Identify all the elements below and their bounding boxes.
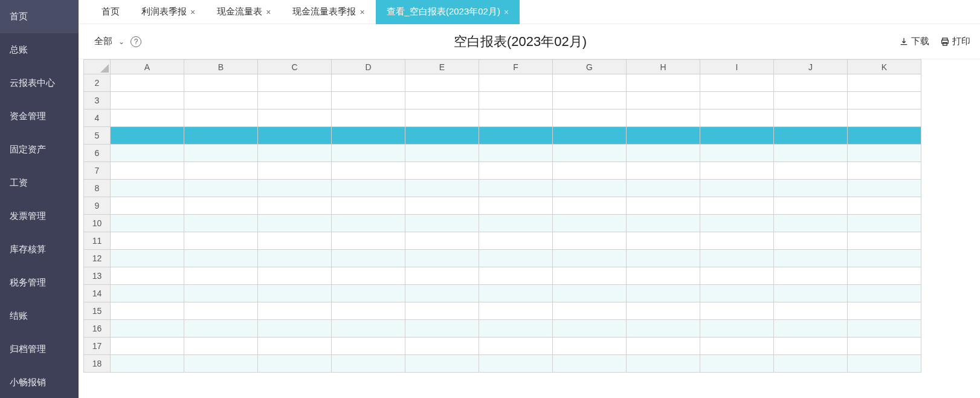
cell-C14[interactable] bbox=[258, 285, 332, 302]
cell-E3[interactable] bbox=[405, 92, 479, 109]
cell-A4[interactable] bbox=[111, 109, 184, 127]
cell-A16[interactable] bbox=[111, 320, 184, 338]
tab-0[interactable]: 首页 bbox=[91, 0, 131, 24]
cell-C11[interactable] bbox=[258, 232, 332, 250]
cell-K13[interactable] bbox=[848, 267, 921, 285]
cell-K15[interactable] bbox=[848, 302, 921, 320]
cell-B3[interactable] bbox=[184, 92, 258, 109]
cell-D7[interactable] bbox=[332, 162, 405, 180]
cell-E7[interactable] bbox=[405, 162, 479, 180]
cell-B8[interactable] bbox=[184, 180, 258, 197]
cell-I2[interactable] bbox=[700, 74, 774, 92]
cell-G11[interactable] bbox=[553, 232, 627, 250]
cell-J15[interactable] bbox=[774, 302, 848, 320]
row-header-6[interactable]: 6 bbox=[84, 145, 111, 162]
cell-E10[interactable] bbox=[405, 215, 479, 232]
cell-E8[interactable] bbox=[405, 180, 479, 197]
cell-D18[interactable] bbox=[332, 355, 405, 373]
cell-G3[interactable] bbox=[553, 92, 627, 109]
sidebar-item-5[interactable]: 工资 bbox=[0, 166, 79, 200]
cell-B16[interactable] bbox=[184, 320, 258, 338]
cell-H13[interactable] bbox=[627, 267, 700, 285]
cell-G17[interactable] bbox=[553, 338, 627, 355]
cell-B15[interactable] bbox=[184, 302, 258, 320]
cell-K16[interactable] bbox=[848, 320, 921, 338]
cell-K11[interactable] bbox=[848, 232, 921, 250]
cell-J8[interactable] bbox=[774, 180, 848, 197]
cell-G13[interactable] bbox=[553, 267, 627, 285]
cell-D13[interactable] bbox=[332, 267, 405, 285]
cell-B12[interactable] bbox=[184, 250, 258, 267]
row-header-5[interactable]: 5 bbox=[84, 127, 111, 145]
cell-G2[interactable] bbox=[553, 74, 627, 92]
cell-J3[interactable] bbox=[774, 92, 848, 109]
cell-E16[interactable] bbox=[405, 320, 479, 338]
cell-A2[interactable] bbox=[111, 74, 184, 92]
cell-C12[interactable] bbox=[258, 250, 332, 267]
cell-D9[interactable] bbox=[332, 197, 405, 215]
cell-F6[interactable] bbox=[479, 145, 553, 162]
cell-H11[interactable] bbox=[627, 232, 700, 250]
cell-D11[interactable] bbox=[332, 232, 405, 250]
cell-K9[interactable] bbox=[848, 197, 921, 215]
sidebar-item-8[interactable]: 税务管理 bbox=[0, 266, 79, 299]
cell-F12[interactable] bbox=[479, 250, 553, 267]
cell-H12[interactable] bbox=[627, 250, 700, 267]
cell-G16[interactable] bbox=[553, 320, 627, 338]
cell-F17[interactable] bbox=[479, 338, 553, 355]
cell-I12[interactable] bbox=[700, 250, 774, 267]
cell-J13[interactable] bbox=[774, 267, 848, 285]
row-header-14[interactable]: 14 bbox=[84, 285, 111, 302]
cell-C10[interactable] bbox=[258, 215, 332, 232]
sidebar-item-9[interactable]: 结账 bbox=[0, 299, 79, 333]
cell-H17[interactable] bbox=[627, 338, 700, 355]
cell-J7[interactable] bbox=[774, 162, 848, 180]
close-icon[interactable]: × bbox=[190, 7, 195, 17]
column-header-I[interactable]: I bbox=[700, 60, 774, 74]
row-header-15[interactable]: 15 bbox=[84, 302, 111, 320]
cell-H9[interactable] bbox=[627, 197, 700, 215]
cell-E13[interactable] bbox=[405, 267, 479, 285]
cell-J9[interactable] bbox=[774, 197, 848, 215]
row-header-7[interactable]: 7 bbox=[84, 162, 111, 180]
cell-E18[interactable] bbox=[405, 355, 479, 373]
cell-C7[interactable] bbox=[258, 162, 332, 180]
cell-B7[interactable] bbox=[184, 162, 258, 180]
cell-F2[interactable] bbox=[479, 74, 553, 92]
row-header-17[interactable]: 17 bbox=[84, 338, 111, 355]
cell-B18[interactable] bbox=[184, 355, 258, 373]
cell-J4[interactable] bbox=[774, 109, 848, 127]
cell-E11[interactable] bbox=[405, 232, 479, 250]
cell-H14[interactable] bbox=[627, 285, 700, 302]
cell-J18[interactable] bbox=[774, 355, 848, 373]
cell-F14[interactable] bbox=[479, 285, 553, 302]
cell-K17[interactable] bbox=[848, 338, 921, 355]
cell-E17[interactable] bbox=[405, 338, 479, 355]
cell-A9[interactable] bbox=[111, 197, 184, 215]
cell-C9[interactable] bbox=[258, 197, 332, 215]
cell-I5[interactable] bbox=[700, 127, 774, 145]
cell-I4[interactable] bbox=[700, 109, 774, 127]
cell-C3[interactable] bbox=[258, 92, 332, 109]
column-header-C[interactable]: C bbox=[258, 60, 332, 74]
cell-I3[interactable] bbox=[700, 92, 774, 109]
cell-J14[interactable] bbox=[774, 285, 848, 302]
cell-K18[interactable] bbox=[848, 355, 921, 373]
cell-A12[interactable] bbox=[111, 250, 184, 267]
cell-B6[interactable] bbox=[184, 145, 258, 162]
cell-J6[interactable] bbox=[774, 145, 848, 162]
cell-B17[interactable] bbox=[184, 338, 258, 355]
cell-F4[interactable] bbox=[479, 109, 553, 127]
cell-D10[interactable] bbox=[332, 215, 405, 232]
download-button[interactable]: 下载 bbox=[899, 36, 929, 47]
cell-H16[interactable] bbox=[627, 320, 700, 338]
cell-F10[interactable] bbox=[479, 215, 553, 232]
cell-A8[interactable] bbox=[111, 180, 184, 197]
cell-I8[interactable] bbox=[700, 180, 774, 197]
cell-C18[interactable] bbox=[258, 355, 332, 373]
cell-F16[interactable] bbox=[479, 320, 553, 338]
cell-J12[interactable] bbox=[774, 250, 848, 267]
sidebar-item-7[interactable]: 库存核算 bbox=[0, 233, 79, 266]
cell-K7[interactable] bbox=[848, 162, 921, 180]
row-header-13[interactable]: 13 bbox=[84, 267, 111, 285]
